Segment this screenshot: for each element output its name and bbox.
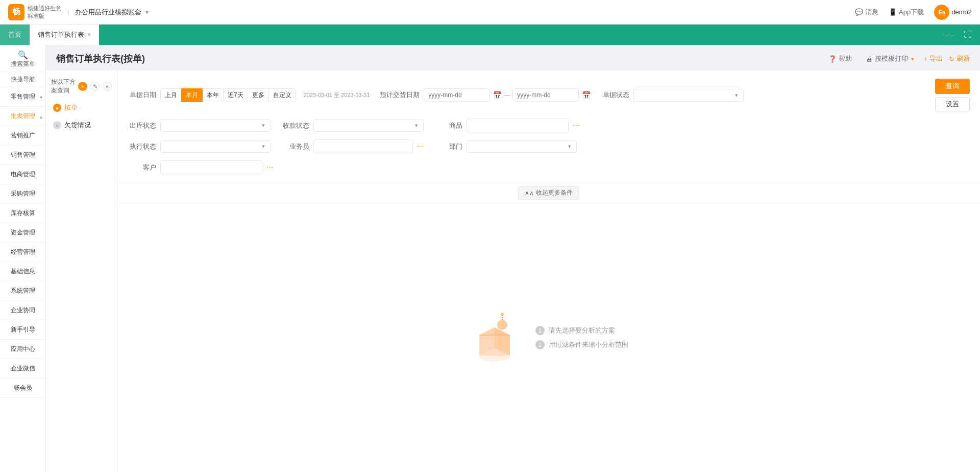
sidebar-item-sales[interactable]: 销售管理	[0, 146, 45, 165]
sidebar-item-basic-info[interactable]: 基础信息	[0, 262, 45, 281]
goods-input[interactable]	[467, 119, 569, 132]
sidebar-item-retail[interactable]: 零售管理 ▾	[0, 87, 45, 107]
customer-dots-btn[interactable]: ···	[266, 163, 273, 172]
date-filter-buttons: 上月 本月 本年 近7天 更多 自定义	[160, 88, 296, 102]
filter-salesman: 业务员 ···	[281, 139, 424, 153]
receive-label: 收款状态	[281, 121, 309, 130]
filter-row-4: 客户 ···	[128, 160, 970, 174]
exec-arrow: ▾	[262, 143, 265, 150]
filter-dept: 部门 ▾	[434, 140, 577, 153]
edit-scheme-btn[interactable]: ✎	[90, 82, 100, 91]
sidebar-quicknav[interactable]: 快捷导航	[0, 72, 45, 87]
collapse-icon: ∧∧	[525, 190, 534, 197]
out-stock-select[interactable]: ▾	[160, 119, 271, 132]
app-download-action[interactable]: 📱 App下载	[889, 8, 924, 17]
predict-date-start[interactable]	[424, 88, 490, 102]
print-btn[interactable]: 🖨 按模板打印 ▾	[862, 52, 918, 65]
scheme-dot: ●	[53, 104, 61, 112]
page-title: 销售订单执行表(按单)	[56, 53, 145, 65]
predict-date-label: 预计交货日期	[380, 90, 420, 100]
settings-button[interactable]: 设置	[935, 97, 970, 111]
goods-dots-btn[interactable]: ···	[573, 121, 579, 130]
tip-num-2: 2	[535, 340, 545, 349]
calendar-end-icon[interactable]: 📅	[582, 91, 591, 99]
scheme-dot-gray: ○	[53, 121, 61, 129]
date-btn-thisyear[interactable]: 本年	[202, 88, 224, 102]
filter-row-3: 执行状态 ▾ 业务员 ··· 部门	[128, 139, 970, 153]
left-panel-icons: + ✎ «	[78, 82, 112, 91]
dept-label: 部门	[434, 142, 462, 151]
message-action[interactable]: 💬 消息	[855, 8, 878, 17]
collapse-panel-btn[interactable]: «	[103, 82, 112, 91]
user-area[interactable]: Ea demo2	[934, 5, 972, 20]
dept-select[interactable]: ▾	[467, 140, 577, 153]
date-btn-custom[interactable]: 自定义	[268, 88, 296, 102]
logo-area: 畅 畅捷通好生意 标准版	[8, 4, 61, 20]
search-icon: 🔍	[4, 50, 41, 60]
sidebar-item-finance[interactable]: 资金管理	[0, 223, 45, 243]
collapse-btn[interactable]: ∧∧ 收起更多条件	[518, 186, 579, 200]
print-dropdown-icon[interactable]: ▾	[911, 56, 914, 62]
sidebar-item-inventory[interactable]: 库存核算	[0, 204, 45, 223]
exec-select[interactable]: ▾	[160, 140, 271, 153]
sidebar: 🔍 搜索菜单 快捷导航 零售管理 ▾ 批发管理 ▴ 营销推广 销售管理 电商管理…	[0, 45, 46, 472]
predict-date-inputs: 📅 — 📅	[424, 88, 591, 102]
goods-label: 商品	[434, 121, 462, 130]
breadcrumb-dropdown[interactable]: ▾	[145, 9, 149, 16]
sidebar-item-system[interactable]: 系统管理	[0, 281, 45, 301]
filter-row-1: 单据日期 上月 本月 本年 近7天 更多 自定义 2023-03-01 至 20…	[128, 79, 970, 111]
date-btn-thismonth[interactable]: 本月	[181, 88, 203, 102]
sidebar-item-wholesale[interactable]: 批发管理 ▴	[0, 107, 45, 126]
salesman-input[interactable]	[313, 139, 413, 153]
tab-sales-order[interactable]: 销售订单执行表 ×	[30, 25, 99, 45]
doc-status-select[interactable]: ▾	[633, 89, 744, 102]
date-btn-lastmonth[interactable]: 上月	[160, 88, 182, 102]
filter-exec-status: 执行状态 ▾	[128, 140, 271, 153]
sidebar-item-ecommerce[interactable]: 电商管理	[0, 165, 45, 184]
tab-close-icon[interactable]: ×	[87, 31, 91, 38]
sidebar-item-purchase[interactable]: 采购管理	[0, 184, 45, 204]
right-content: 单据日期 上月 本月 本年 近7天 更多 自定义 2023-03-01 至 20…	[117, 70, 980, 472]
refresh-btn[interactable]: ↻ 刷新	[949, 54, 970, 63]
calendar-start-icon[interactable]: 📅	[493, 91, 502, 99]
tab-maximize-icon[interactable]: ⛶	[962, 28, 974, 41]
customer-input[interactable]	[160, 160, 262, 174]
predict-date-end[interactable]	[512, 88, 579, 102]
sidebar-item-marketing[interactable]: 营销推广	[0, 126, 45, 146]
date-range-separator: —	[504, 91, 510, 99]
add-scheme-btn[interactable]: +	[78, 82, 87, 91]
date-btn-more[interactable]: 更多	[248, 88, 269, 102]
query-button[interactable]: 查询	[935, 79, 970, 94]
logo-icon: 畅	[8, 4, 24, 20]
salesman-dots-btn[interactable]: ···	[417, 142, 424, 151]
filter-date: 单据日期 上月 本月 本年 近7天 更多 自定义 2023-03-01 至 20…	[128, 88, 370, 102]
sidebar-item-guide[interactable]: 新手引导	[0, 320, 45, 340]
collapse-bar[interactable]: ∧∧ 收起更多条件	[117, 182, 980, 203]
empty-tip-2: 2 用过滤条件来缩小分析范围	[535, 340, 628, 349]
scheme-item-backorder[interactable]: ○ 欠货情况	[46, 116, 117, 134]
content-area: 销售订单执行表(按单) ❓ 帮助 🖨 按模板打印 ▾ ↑ 导出 ↻ 刷新	[46, 45, 980, 472]
scheme-item-order[interactable]: ● 按单	[46, 99, 117, 116]
sidebar-item-member[interactable]: 畅会员	[0, 379, 45, 398]
filter-goods: 商品 ···	[434, 119, 579, 132]
tip-num-1: 1	[535, 326, 545, 335]
export-btn[interactable]: ↑ 导出	[924, 54, 943, 63]
tab-home[interactable]: 首页	[0, 25, 30, 45]
svg-point-6	[497, 320, 507, 330]
date-btn-7days[interactable]: 近7天	[223, 88, 248, 102]
expand-icon-2: ▴	[40, 113, 42, 119]
sidebar-item-appstore[interactable]: 应用中心	[0, 340, 45, 359]
filter-customer: 客户 ···	[128, 160, 273, 174]
sidebar-item-wechat[interactable]: 企业微信	[0, 359, 45, 379]
sidebar-item-operations[interactable]: 经营管理	[0, 243, 45, 262]
receive-select[interactable]: ▾	[313, 119, 424, 132]
tab-minimize-icon[interactable]: —	[943, 28, 955, 41]
logo-text: 畅捷通好生意 标准版	[28, 5, 61, 19]
sidebar-item-collab[interactable]: 企业协同	[0, 301, 45, 320]
export-icon: ↑	[924, 55, 928, 63]
receive-arrow: ▾	[415, 122, 418, 129]
sidebar-search[interactable]: 🔍 搜索菜单	[0, 45, 45, 72]
expand-icon: ▾	[40, 94, 42, 100]
help-btn[interactable]: ❓ 帮助	[824, 52, 856, 65]
print-icon: 🖨	[866, 55, 873, 63]
